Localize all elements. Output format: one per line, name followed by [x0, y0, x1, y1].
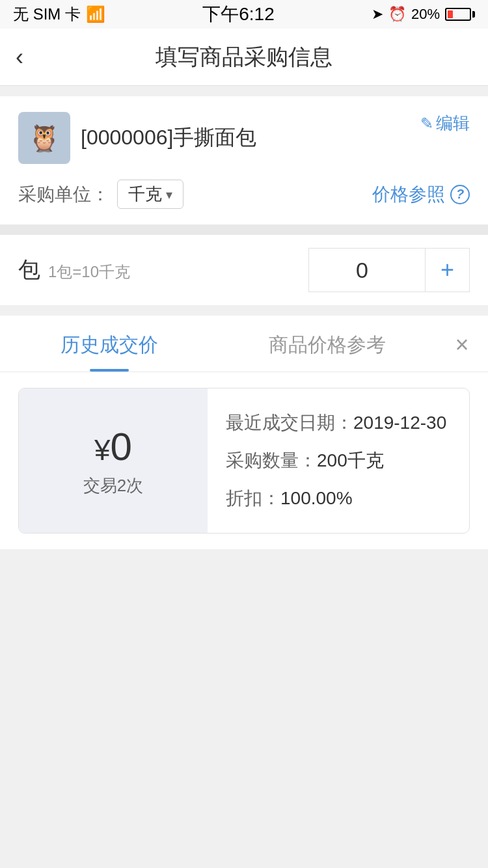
edit-label: 编辑	[436, 112, 470, 135]
page-title: 填写商品采购信息	[156, 42, 332, 72]
product-name: [0000006]手撕面包	[81, 124, 256, 152]
location-icon: ➤	[372, 6, 383, 23]
unit-value: 千克	[128, 183, 162, 206]
unit-label: 采购单位：	[18, 182, 109, 207]
nav-bar: ‹ 填写商品采购信息	[0, 29, 488, 86]
wifi-icon: 📶	[86, 5, 105, 23]
product-header: 🦉 [0000006]手撕面包 ✎ 编辑	[18, 112, 470, 164]
purchase-qty-value: 200千克	[317, 450, 384, 470]
product-icon: 🦉	[28, 123, 61, 154]
tab-product-label: 商品价格参考	[269, 334, 386, 355]
alarm-icon: ⏰	[388, 6, 406, 23]
tab-section: 历史成交价 商品价格参考 × ¥0 交易2次 最近成交日期：2019-12-30…	[0, 316, 488, 549]
edit-link[interactable]: ✎ 编辑	[420, 112, 470, 135]
unit-dropdown[interactable]: 千克 ▾	[117, 180, 183, 209]
product-thumbnail: 🦉	[18, 112, 70, 164]
product-left: 🦉 [0000006]手撕面包	[18, 112, 256, 164]
bottom-space	[0, 549, 488, 868]
help-icon: ?	[450, 185, 470, 204]
edit-icon: ✎	[420, 115, 433, 133]
tab-close-button[interactable]: ×	[436, 316, 488, 372]
recent-date-row: 最近成交日期：2019-12-30	[226, 409, 451, 437]
currency-symbol: ¥	[94, 434, 110, 466]
product-section: 🦉 [0000006]手撕面包 ✎ 编辑 采购单位： 千克 ▾ 价格参照 ?	[0, 96, 488, 224]
tab-active-indicator	[90, 369, 129, 372]
tab-header: 历史成交价 商品价格参考 ×	[0, 316, 488, 372]
battery-percentage: 20%	[411, 6, 440, 23]
status-time: 下午6:12	[202, 2, 275, 27]
history-card: ¥0 交易2次 最近成交日期：2019-12-30 采购数量：200千克 折扣：…	[18, 388, 470, 534]
status-left: 无 SIM 卡 📶	[13, 4, 105, 25]
history-card-section: ¥0 交易2次 最近成交日期：2019-12-30 采购数量：200千克 折扣：…	[0, 372, 488, 549]
price-ref-label: 价格参照	[372, 182, 445, 207]
quantity-section: 包 1包=10千克 +	[0, 235, 488, 305]
unit-row: 采购单位： 千克 ▾	[18, 180, 183, 209]
history-price: ¥0	[94, 424, 132, 469]
quantity-input-row: +	[308, 248, 470, 292]
status-right: ➤ ⏰ 20%	[372, 6, 475, 23]
tab-product-price[interactable]: 商品价格参考	[218, 316, 436, 372]
tab-history-label: 历史成交价	[61, 334, 158, 355]
trade-count: 交易2次	[83, 474, 143, 497]
section-divider	[0, 224, 488, 235]
back-button[interactable]: ‹	[16, 44, 23, 71]
discount-value: 100.00%	[280, 488, 353, 508]
recent-date-label: 最近成交日期：	[226, 413, 353, 433]
card-price-summary: ¥0 交易2次	[19, 388, 208, 533]
product-meta: 采购单位： 千克 ▾ 价格参照 ?	[18, 180, 470, 209]
quantity-conversion: 1包=10千克	[48, 262, 130, 282]
purchase-qty-label: 采购数量：	[226, 450, 317, 470]
price-value: 0	[111, 425, 132, 468]
price-reference-button[interactable]: 价格参照 ?	[372, 182, 470, 207]
discount-row: 折扣：100.00%	[226, 485, 451, 512]
tab-history-price[interactable]: 历史成交价	[0, 316, 218, 372]
dropdown-arrow-icon: ▾	[166, 187, 172, 202]
quantity-unit: 包	[18, 255, 40, 285]
discount-label: 折扣：	[226, 488, 280, 508]
recent-date-value: 2019-12-30	[353, 413, 446, 433]
purchase-qty-row: 采购数量：200千克	[226, 447, 451, 474]
battery-indicator	[445, 8, 475, 21]
carrier-text: 无 SIM 卡	[13, 4, 81, 25]
quantity-label: 包 1包=10千克	[18, 255, 130, 285]
quantity-input[interactable]	[308, 248, 426, 292]
card-details: 最近成交日期：2019-12-30 采购数量：200千克 折扣：100.00%	[208, 388, 469, 533]
status-bar: 无 SIM 卡 📶 下午6:12 ➤ ⏰ 20%	[0, 0, 488, 29]
quantity-plus-button[interactable]: +	[426, 248, 470, 292]
